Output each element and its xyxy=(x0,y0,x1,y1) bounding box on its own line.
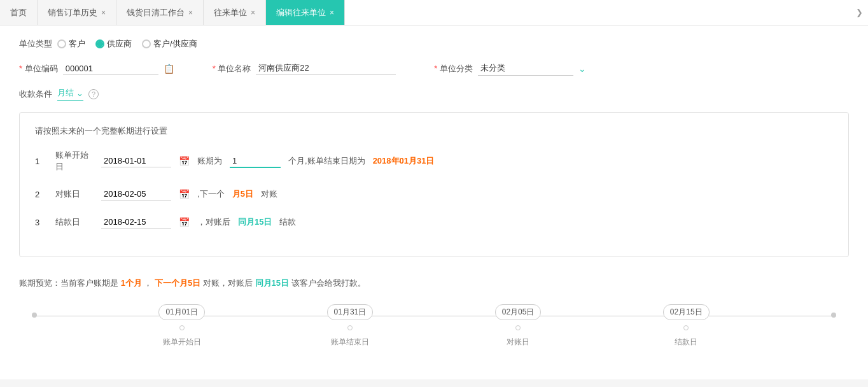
timeline-right-cap xyxy=(831,313,836,318)
radio-customer-circle xyxy=(57,39,66,48)
settlement-highlight: 同月15日 xyxy=(238,216,272,228)
settlement-date-calendar[interactable]: 📅 xyxy=(179,217,190,227)
unit-name-label: 单位名称 xyxy=(213,63,251,74)
reconcile-date-calendar[interactable]: 📅 xyxy=(179,189,190,199)
close-tab-partner-unit[interactable]: × xyxy=(251,8,255,17)
setting-row-3: 3 结款日 📅 ，对账后 同月15日 结款 xyxy=(35,216,833,229)
main-content: 单位类型 客户 供应商 客户/供应商 单位编码 📋 xyxy=(0,25,868,379)
timeline-label-4: 结款日 xyxy=(675,337,697,348)
period-unit: 个月,账单结束日期为 xyxy=(288,155,365,167)
tab-edit-partner[interactable]: 编辑往来单位 × xyxy=(266,0,345,25)
settlement-desc-post: 结款 xyxy=(279,216,296,228)
timeline-points: 01月01日 账单开始日 01月31日 账单结束日 02月05日 对账日 xyxy=(32,304,836,348)
payment-condition-row: 收款条件 月结 ⌄ ? xyxy=(19,87,849,101)
timeline-left-cap xyxy=(32,313,37,318)
timeline-label-2: 账单结束日 xyxy=(331,337,369,348)
preview-suffix: 该客户会给我打款。 xyxy=(291,278,366,288)
preview-part2: 下一个月5日 xyxy=(155,278,200,288)
period-label: 账期为 xyxy=(197,155,222,167)
payment-condition-dropdown[interactable]: 月结 ⌄ xyxy=(57,87,83,101)
row-label-2: 对账日 xyxy=(55,188,94,200)
unit-name-input[interactable] xyxy=(256,62,396,75)
timeline: 01月01日 账单开始日 01月31日 账单结束日 02月05日 对账日 xyxy=(19,304,849,367)
tab-cash-workbench[interactable]: 钱货日清工作台 × xyxy=(116,0,204,25)
payment-condition-dropdown-chevron: ⌄ xyxy=(76,88,83,98)
unit-code-group: 单位编码 📋 xyxy=(19,62,174,75)
row-num-2: 2 xyxy=(35,190,48,199)
timeline-point-3: 02月05日 对账日 xyxy=(495,304,542,348)
radio-customer[interactable]: 客户 xyxy=(57,38,85,50)
unit-info-row: 单位编码 📋 单位名称 单位分类 未分类 ⌄ xyxy=(19,61,849,76)
period-end-date: 2018年01月31日 xyxy=(373,155,435,167)
timeline-right-dot xyxy=(831,313,836,318)
setting-row-1: 1 账单开始日 📅 账期为 个月,账单结束日期为 2018年01月31日 xyxy=(35,150,833,172)
tab-scroll-right[interactable]: ❯ xyxy=(851,0,868,25)
reconcile-date-input[interactable] xyxy=(101,188,171,201)
unit-type-radio-group: 客户 供应商 客户/供应商 xyxy=(57,38,197,50)
preview-sep1: ， xyxy=(144,278,152,288)
unit-code-label: 单位编码 xyxy=(19,63,58,74)
close-tab-cash-workbench[interactable]: × xyxy=(188,8,193,17)
preview-text: 账期预览：当前客户账期是 1个月 ， 下一个月5日 对账，对账后 同月15日 该… xyxy=(19,278,849,289)
radio-supplier-circle xyxy=(95,39,104,48)
help-icon[interactable]: ? xyxy=(88,89,99,99)
unit-code-input[interactable] xyxy=(63,62,158,75)
unit-category-label: 单位分类 xyxy=(434,63,473,74)
radio-customer-supplier[interactable]: 客户/供应商 xyxy=(142,38,197,50)
timeline-badge-3: 02月05日 xyxy=(495,304,542,320)
timeline-badge-4: 02月15日 xyxy=(663,304,710,320)
start-date-input[interactable] xyxy=(101,155,171,167)
unit-category-dropdown-icon[interactable]: ⌄ xyxy=(578,64,586,74)
settings-box: 请按照未来的一个完整帐期进行设置 1 账单开始日 📅 账期为 个月,账单结束日期… xyxy=(19,112,849,257)
timeline-label-3: 对账日 xyxy=(507,337,529,348)
preview-sep2: 对账，对账后 xyxy=(203,278,253,288)
tab-sales-history[interactable]: 销售订单历史 × xyxy=(38,0,116,25)
timeline-point-1: 01月01日 账单开始日 xyxy=(158,304,205,348)
row-num-3: 3 xyxy=(35,218,48,227)
unit-category-value: 未分类 xyxy=(478,61,573,76)
payment-condition-value: 月结 xyxy=(57,87,74,99)
timeline-dot-1 xyxy=(179,325,185,330)
reconcile-desc-post: 对账 xyxy=(261,188,277,200)
start-date-calendar[interactable]: 📅 xyxy=(179,156,190,166)
timeline-badge-1: 01月01日 xyxy=(158,304,205,320)
preview-part3: 同月15日 xyxy=(255,278,289,288)
radio-customer-supplier-circle xyxy=(142,39,151,48)
unit-type-group: 单位类型 客户 供应商 客户/供应商 xyxy=(19,38,197,50)
settlement-desc-pre: ，对账后 xyxy=(197,216,230,228)
radio-supplier[interactable]: 供应商 xyxy=(95,38,132,50)
tab-home[interactable]: 首页 xyxy=(0,0,38,25)
close-tab-sales-history[interactable]: × xyxy=(101,8,106,17)
unit-type-row: 单位类型 客户 供应商 客户/供应商 xyxy=(19,38,849,50)
setting-row-2: 2 对账日 📅 ,下一个 月5日 对账 xyxy=(35,188,833,201)
timeline-dot-3 xyxy=(515,325,521,330)
row-num-1: 1 xyxy=(35,157,48,166)
unit-type-label: 单位类型 xyxy=(19,38,52,50)
preview-part1: 1个月 xyxy=(121,278,142,288)
payment-condition-label: 收款条件 xyxy=(19,88,52,100)
timeline-point-4: 02月15日 结款日 xyxy=(663,304,710,348)
reconcile-highlight: 月5日 xyxy=(232,188,253,200)
preview-section: 账期预览：当前客户账期是 1个月 ， 下一个月5日 对账，对账后 同月15日 该… xyxy=(19,267,849,367)
settlement-date-input[interactable] xyxy=(101,216,171,229)
tab-bar: 首页 销售订单历史 × 钱货日清工作台 × 往来单位 × 编辑往来单位 × ❯ xyxy=(0,0,868,25)
timeline-left-dot xyxy=(32,313,37,318)
unit-category-group: 单位分类 未分类 ⌄ xyxy=(434,61,586,76)
timeline-point-2: 01月31日 账单结束日 xyxy=(327,304,374,348)
timeline-badge-2: 01月31日 xyxy=(327,304,374,320)
row-label-1: 账单开始日 xyxy=(55,150,94,172)
preview-label: 账期预览：当前客户账期是 xyxy=(19,278,118,288)
row-label-3: 结款日 xyxy=(55,216,94,228)
unit-name-group: 单位名称 xyxy=(213,62,396,75)
period-input[interactable] xyxy=(230,155,281,168)
timeline-dot-4 xyxy=(683,325,689,330)
reconcile-desc-pre: ,下一个 xyxy=(197,188,225,200)
settings-title: 请按照未来的一个完整帐期进行设置 xyxy=(35,125,833,137)
tab-partner-unit[interactable]: 往来单位 × xyxy=(204,0,266,25)
unit-code-icon[interactable]: 📋 xyxy=(164,64,174,74)
timeline-dot-2 xyxy=(347,325,353,330)
payment-condition-group: 收款条件 月结 ⌄ ? xyxy=(19,87,99,101)
timeline-label-1: 账单开始日 xyxy=(163,337,201,348)
close-tab-edit-partner[interactable]: × xyxy=(330,8,334,17)
